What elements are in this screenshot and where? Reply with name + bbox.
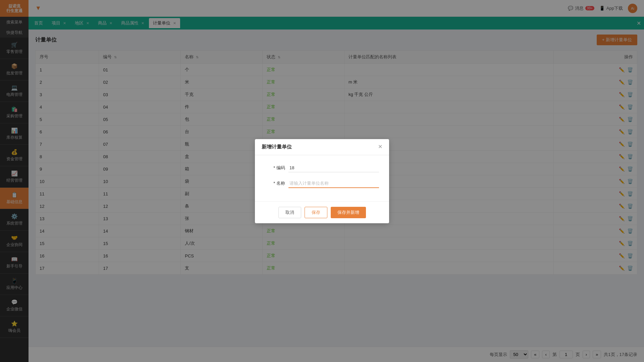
save-btn[interactable]: 保存 [305,207,327,218]
modal-title: 新增计量单位 [262,144,292,150]
modal-close-btn[interactable]: ✕ [378,144,382,149]
modal-footer: 取消 保存 保存并新增 [255,201,389,223]
add-unit-modal: 新增计量单位 ✕ * 编码 * 名称 取消 保存 保存并新增 [255,139,389,223]
code-input[interactable] [288,164,379,172]
modal-header: 新增计量单位 ✕ [255,139,389,155]
name-form-item: * 名称 [265,179,379,188]
cancel-btn[interactable]: 取消 [278,207,301,218]
code-label: * 编码 [265,165,285,171]
modal-overlay[interactable]: 新增计量单位 ✕ * 编码 * 名称 取消 保存 保存并新增 [0,0,644,362]
code-form-item: * 编码 [265,164,379,172]
name-input[interactable] [288,179,379,188]
modal-body: * 编码 * 名称 [255,155,389,201]
name-label: * 名称 [265,180,285,186]
save-and-new-btn[interactable]: 保存并新增 [331,207,366,218]
